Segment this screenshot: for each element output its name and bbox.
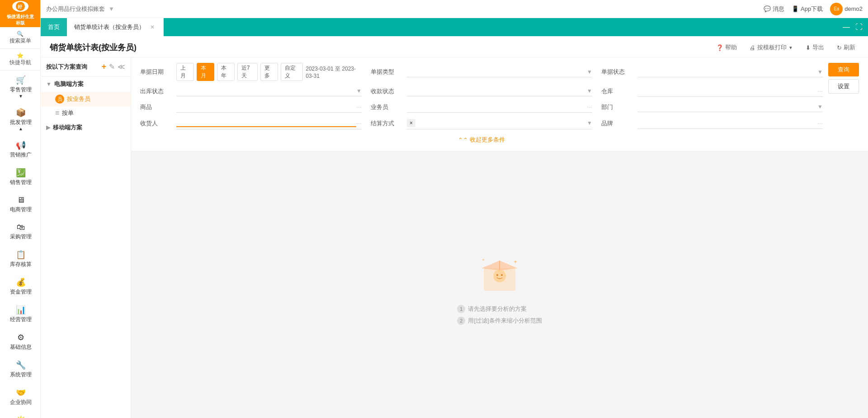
- warehouse-label: 仓库: [601, 87, 637, 95]
- refresh-icon: ↻: [837, 44, 842, 51]
- newbie-icon: 🌟: [16, 415, 26, 418]
- export-btn[interactable]: ⬇ 导出: [802, 42, 828, 53]
- collapse-icon: ⌃⌃: [458, 137, 468, 143]
- brand-field[interactable]: ···: [637, 118, 823, 129]
- app-logo: 好 畅捷通好生意 标版: [0, 0, 41, 27]
- order-scheme-icon: ≡: [55, 109, 59, 117]
- left-panel: 按以下方案查询 + ✎ ≪ ▼ 电脑端方案 员: [41, 57, 131, 418]
- basic-icon: ⚙: [17, 332, 24, 342]
- tab-right-btns: — ⛶: [841, 21, 868, 33]
- hint-1: 1 请先选择要分析的方案: [457, 303, 542, 315]
- doc-type-arrow-icon: ▼: [587, 69, 592, 75]
- print-dropdown-icon: ▼: [788, 45, 793, 50]
- receipt-status-label: 收款状态: [371, 87, 407, 95]
- operations-icon: 📊: [16, 305, 26, 315]
- sidebar-item-ecommerce[interactable]: 🖥 电商管理: [0, 191, 41, 218]
- tab-sales-stat-label: 销货单统计表（按业务员）: [74, 23, 145, 31]
- sidebar-item-newbie[interactable]: 🌟 新手引导: [0, 411, 41, 418]
- settle-field[interactable]: × ▼: [407, 117, 592, 129]
- doc-type-select[interactable]: ▼: [407, 67, 592, 77]
- dept-arrow-icon: ▼: [817, 104, 823, 110]
- salesman-input[interactable]: [407, 104, 587, 110]
- tab-home[interactable]: 首页: [41, 18, 67, 36]
- warehouse-field[interactable]: ···: [637, 86, 823, 97]
- doc-status-select[interactable]: ▼: [637, 67, 823, 77]
- sidebar-item-purchase[interactable]: 🛍 采购管理: [0, 218, 41, 245]
- tab-sales-stat[interactable]: 销货单统计表（按业务员） ✕: [67, 18, 164, 36]
- settle-label: 结算方式: [371, 119, 407, 128]
- receiver-dots-icon[interactable]: ···: [356, 119, 362, 127]
- sidebar-item-enterprise[interactable]: 🤝 企业协同: [0, 383, 41, 411]
- sidebar-item-system[interactable]: 🔧 系统管理: [0, 356, 41, 383]
- goods-dots-icon[interactable]: ···: [356, 103, 362, 110]
- tab-minimize-btn[interactable]: —: [841, 21, 852, 33]
- warehouse-input[interactable]: [637, 88, 817, 95]
- goods-field[interactable]: ···: [176, 101, 362, 113]
- settle-tag-icon: ×: [410, 120, 413, 126]
- finance-icon: 💰: [16, 277, 26, 287]
- scheme-tree: ▼ 电脑端方案 员 按业务员 ≡ 按单 ▶: [41, 76, 131, 135]
- edit-scheme-btn[interactable]: ✎: [109, 62, 115, 71]
- message-btn[interactable]: 💬 消息: [764, 5, 784, 13]
- quick-nav-item[interactable]: ⭐ 快捷导航: [0, 49, 41, 71]
- left-panel-title: 按以下方案查询: [46, 63, 87, 71]
- salesman-dots-icon[interactable]: ···: [587, 103, 592, 110]
- svg-text:✦: ✦: [481, 257, 485, 262]
- help-btn[interactable]: ❓ 帮助: [712, 42, 741, 53]
- tree-item-by-salesman[interactable]: 员 按业务员: [41, 92, 131, 106]
- sidebar-item-sales[interactable]: 💹 销售管理: [0, 163, 41, 191]
- inventory-icon: 📋: [16, 250, 26, 260]
- sidebar-item-retail[interactable]: 🛒 零售管理 ▼: [0, 71, 41, 103]
- user-menu-btn[interactable]: Ea demo2: [830, 3, 863, 15]
- sidebar-item-finance[interactable]: 💰 资金管理: [0, 273, 41, 300]
- date-btn-this-year[interactable]: 本年: [217, 63, 235, 81]
- date-btn-custom[interactable]: 自定义: [281, 63, 303, 81]
- sidebar-item-basic[interactable]: ⚙ 基础信息: [0, 328, 41, 356]
- page-title: 销货单统计表(按业务员): [50, 42, 137, 53]
- help-icon: ❓: [716, 44, 723, 51]
- print-btn[interactable]: 🖨 按模板打印 ▼: [746, 42, 797, 53]
- logo-text: 畅捷通好生意: [7, 14, 34, 20]
- collapse-panel-btn[interactable]: ≪: [118, 62, 125, 71]
- svg-point-6: [496, 274, 498, 276]
- sidebar-item-inventory[interactable]: 📋 库存核算: [0, 245, 41, 273]
- receiver-field[interactable]: ···: [176, 118, 362, 129]
- receiver-input[interactable]: [176, 119, 356, 127]
- salesman-field[interactable]: ···: [407, 101, 592, 113]
- page-actions: ❓ 帮助 🖨 按模板打印 ▼ ⬇ 导出 ↻ 刷新: [712, 42, 859, 53]
- setting-btn[interactable]: 设置: [828, 79, 859, 94]
- body-area: 按以下方案查询 + ✎ ≪ ▼ 电脑端方案 员: [41, 57, 868, 418]
- out-status-select[interactable]: ▼: [176, 86, 362, 96]
- tab-close-btn[interactable]: ✕: [148, 23, 156, 31]
- tree-section-pc[interactable]: ▼ 电脑端方案: [41, 76, 131, 92]
- receipt-status-select[interactable]: ▼: [407, 86, 592, 96]
- export-icon: ⬇: [806, 44, 811, 51]
- date-btn-more[interactable]: 更多: [260, 63, 278, 81]
- sidebar-item-marketing[interactable]: 📢 营销推广: [0, 136, 41, 163]
- app-download-icon: 📱: [792, 5, 799, 12]
- breadcrumb-dropdown-icon[interactable]: ▼: [108, 5, 114, 12]
- purchase-icon: 🛍: [17, 223, 25, 232]
- collapse-btn[interactable]: ⌃⌃ 收起更多条件: [458, 136, 505, 144]
- salesman-scheme-icon: 员: [55, 95, 64, 104]
- tree-item-by-order[interactable]: ≡ 按单: [41, 106, 131, 120]
- date-btn-last-month[interactable]: 上月: [176, 63, 194, 81]
- goods-input[interactable]: [176, 104, 356, 110]
- settle-arrow-icon: ▼: [587, 120, 592, 126]
- app-download-btn[interactable]: 📱 App下载: [792, 5, 823, 13]
- dept-select[interactable]: ▼: [637, 102, 823, 112]
- sidebar-item-wholesale[interactable]: 📦 批发管理 ▲: [0, 103, 41, 136]
- sidebar-item-operations[interactable]: 📊 经营管理: [0, 300, 41, 328]
- left-panel-header: 按以下方案查询 + ✎ ≪: [41, 57, 131, 76]
- date-btn-7days[interactable]: 近7天: [237, 63, 258, 81]
- message-icon: 💬: [764, 5, 771, 12]
- date-btn-this-month[interactable]: 本月: [197, 63, 214, 81]
- query-btn[interactable]: 查询: [828, 63, 859, 76]
- brand-input[interactable]: [637, 120, 817, 127]
- tab-maximize-btn[interactable]: ⛶: [854, 21, 864, 33]
- tree-section-mobile[interactable]: ▶ 移动端方案: [41, 120, 131, 135]
- brand-dots-icon[interactable]: ···: [817, 119, 823, 127]
- add-scheme-btn[interactable]: +: [101, 62, 106, 71]
- refresh-btn[interactable]: ↻ 刷新: [833, 42, 859, 53]
- search-menu-item[interactable]: 🔍 搜索菜单: [0, 27, 41, 49]
